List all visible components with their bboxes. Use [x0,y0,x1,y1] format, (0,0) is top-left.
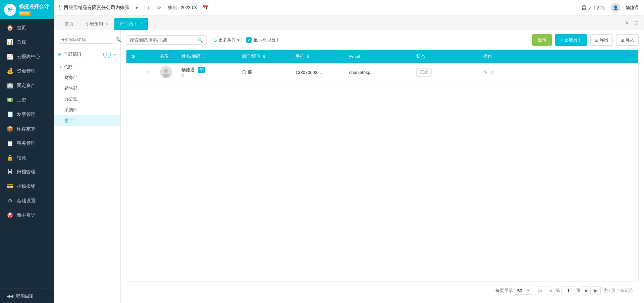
sidebar-item-inventory[interactable]: 📦 库存核算 [0,122,54,136]
show-resigned-label: 显示离职员工 [254,37,280,43]
dept-item-bangong[interactable]: 办公室 [54,94,120,104]
dept-add-button[interactable]: ✎ [103,51,111,58]
invite-label: 邀请 [538,37,546,42]
sidebar-item-settings[interactable]: ⚙ 基础设置 [0,193,54,208]
tab-dept-emp-close[interactable]: × [140,21,143,26]
cell-settings [126,63,142,82]
unpin-button[interactable]: ◀◀ 取消固定 [0,289,54,303]
sidebar-label-home: 首页 [17,25,26,31]
tab-close-button[interactable]: ✕ [623,18,630,27]
dept-search-input[interactable] [58,36,114,44]
tab-xiaochang[interactable]: 小畅报销 × [80,18,114,30]
settings-icon: ⚙ [7,198,13,204]
sidebar-item-home[interactable]: 🏠 首页 [0,20,54,35]
avatar-placeholder-icon: 👤 [613,5,618,10]
export-button[interactable]: ⊡ 导出 [590,34,613,46]
page-suffix: 页 [576,288,581,294]
table-settings-icon[interactable]: ⚙ [131,54,136,59]
delete-button[interactable]: ⎋ [491,70,494,75]
sidebar-item-reports[interactable]: 📈 云报表中心 [0,49,54,64]
add-employee-button[interactable]: + 新增员工 [555,34,587,46]
tab-dept-emp-label: 部门员工 [120,21,138,27]
page-input: 第 页 [556,286,581,295]
page-prev-button[interactable]: ◀ [546,286,554,295]
tab-dept-emp[interactable]: 部门员工 × [114,18,148,30]
emp-search-icon[interactable]: 🔍 [197,37,203,43]
tab-home[interactable]: 首页 [59,18,79,30]
dept-collapse-button[interactable]: « [114,52,116,57]
employee-status-badge: 正常 [416,68,432,77]
tabbar-controls: ✕ ⊡ [623,18,640,27]
more-filter-button[interactable]: ⊘ 更多条件 ▾ [210,35,243,45]
show-resigned-checkbox[interactable]: ✓ [246,37,252,43]
sidebar-item-ledger[interactable]: 📊 总账 [0,35,54,49]
company-dropdown-button[interactable]: ▾ [133,4,140,11]
dept-panel: 🔍 ⊞ 全部部门 ✎ « ▼ 总部 财务部 销售部 办公室 [54,30,121,303]
sidebar-item-assets[interactable]: 🏢 固定资产 [0,78,54,93]
dept-item-caiwu[interactable]: 财务部 [54,72,120,83]
filter-chevron-icon: ▾ [237,38,239,43]
sidebar-item-archive[interactable]: 🗄 归档管理 [0,165,54,179]
cell-num: 1 [142,63,155,82]
page-next-button[interactable]: ▶ [582,286,591,295]
topbar-right: 🎧 人工咨询 👤 畅捷通 [581,3,639,12]
dept-search-icon[interactable]: 🔍 [115,37,121,42]
dept-add-icon: ✎ [106,52,109,57]
dept-group-zongbu[interactable]: ▼ 总部 [54,62,120,72]
employee-email: chanjethkj... [349,70,372,75]
sidebar-label-tax: 税务管理 [17,140,36,146]
tab-expand-button[interactable]: ⊡ [633,18,640,27]
user-avatar: 👤 [611,3,620,12]
filter-label: 更多条件 [218,37,236,43]
sidebar-logo[interactable]: 好 畅捷通好会计 旗舰版 [0,0,54,19]
col-num [142,50,155,63]
payroll-icon: 💵 [7,97,13,103]
all-depts-header[interactable]: ⊞ 全部部门 ✎ « [54,48,120,61]
page-number-input[interactable] [561,286,575,295]
page-last-button[interactable]: ▶| [592,286,601,295]
col-settings: ⚙ [126,50,142,63]
sidebar-item-close[interactable]: 🔒 结账 [0,150,54,165]
dept-item-zongbu[interactable]: 总 部 [54,115,120,126]
grid-icon: ⊞ [58,52,62,57]
col-name[interactable]: 姓名/编码 ⇅ [177,50,237,63]
export-icon: ⊡ [595,38,598,43]
col-phone[interactable]: 手机 ⇅ [291,50,344,63]
sidebar-item-tax[interactable]: 📋 税务管理 [0,136,54,150]
col-name-label: 姓名/编码 [181,54,200,59]
service-button[interactable]: 🎧 人工咨询 [581,5,605,11]
add-company-button[interactable]: ＋ [144,4,153,12]
capital-icon: 💰 [7,68,13,74]
edit-button[interactable]: ✎ [483,69,488,75]
import-button[interactable]: ⊞ 导入 [616,34,639,46]
unpin-icon: ◀◀ [7,294,13,299]
dept-item-xiaoshou[interactable]: 销售部 [54,83,120,94]
cell-name: 畅捷通 部 0 [177,63,237,82]
sidebar-label-settings: 基础设置 [17,198,36,204]
emp-search-box: 🔍 [126,35,207,45]
headset-icon: 🎧 [581,5,587,10]
invite-button[interactable]: 邀请 [532,34,552,46]
page-body: 🔍 ⊞ 全部部门 ✎ « ▼ 总部 财务部 销售部 办公室 [54,30,644,303]
page-first-button[interactable]: |◀ [536,286,544,295]
dept-item-caigou[interactable]: 采购部 [54,104,120,115]
per-page-select[interactable]: 10 20 50 100 [515,287,532,295]
sidebar-item-payroll[interactable]: 💵 工资 [0,93,54,107]
sidebar-item-capital[interactable]: 💰 资金管理 [0,64,54,78]
emp-search-input[interactable] [130,38,195,43]
sidebar-item-invoice[interactable]: 🧾 发票管理 [0,107,54,122]
assets-icon: 🏢 [7,82,13,89]
sidebar-item-xiaochang[interactable]: 💳 小畅报销 [0,179,54,193]
page-label: 第 [556,288,560,294]
col-dept[interactable]: 部门/职位 ⇅ [237,50,291,63]
tab-xiaochang-close[interactable]: × [106,21,108,26]
show-resigned-toggle[interactable]: ✓ 显示离职员工 [246,37,280,43]
tabbar: 首页 小畅报销 × 部门员工 × ✕ ⊡ [54,15,644,30]
sidebar-item-guide[interactable]: 🎯 新手引导 [0,208,54,222]
cell-email: chanjethkj... [344,63,412,82]
cell-action: ✎ ⎋ [479,63,638,82]
calendar-icon[interactable]: 📅 [202,4,209,11]
svg-point-2 [163,74,169,78]
settings-gear-icon[interactable]: ⚙ [157,4,161,11]
employee-table: ⚙ 头像 姓名/编码 ⇅ 部门/职位 ⇅ [126,50,639,282]
